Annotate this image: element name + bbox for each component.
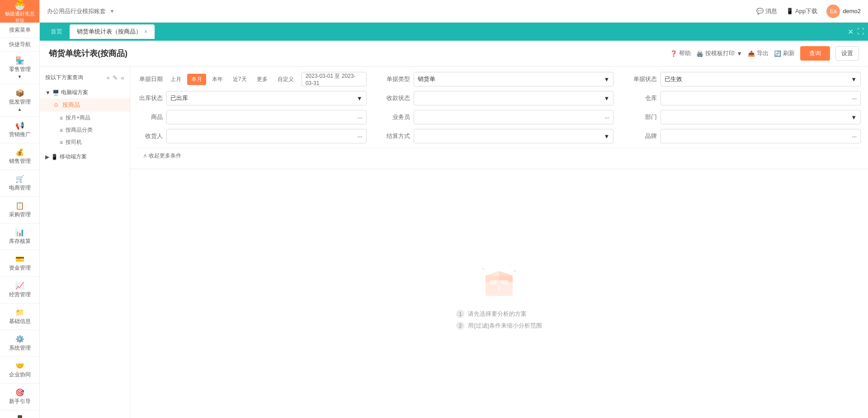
left-panel: 按以下方案查询 + ✎ « ▼ 🖥️ 电脑端方案 ⊙ 按商 (40, 66, 130, 418)
user-menu[interactable]: Ea demo2 (826, 5, 861, 18)
system-icon: ⚙️ (15, 335, 24, 343)
payment-label: 结算方式 (385, 132, 410, 140)
ecommerce-label: 电商管理 (9, 184, 31, 192)
doc-status-select[interactable]: 已生效 ▼ (660, 72, 861, 86)
sidebar-item-wholesale[interactable]: 📦 批发管理 ▲ (0, 84, 39, 117)
sidebar-item-sales[interactable]: 💰 销售管理 (0, 143, 39, 170)
system-label: 系统管理 (9, 344, 31, 352)
msg-icon: 💬 (756, 8, 764, 14)
sidebar-item-enterprise[interactable]: 🤝 企业协同 (0, 357, 39, 384)
staff-select[interactable]: ··· (414, 110, 614, 124)
sidebar-item-marketing[interactable]: 📢 营销推广 (0, 117, 39, 143)
content-wrapper: 按以下方案查询 + ✎ « ▼ 🖥️ 电脑端方案 ⊙ 按商 (40, 66, 868, 418)
enterprise-label: 企业协同 (9, 371, 31, 379)
brand-dots: ··· (852, 133, 857, 140)
receipt-status-arrow: ▼ (604, 95, 609, 102)
svg-point-7 (514, 270, 516, 272)
payment-select[interactable]: ▼ (414, 129, 614, 143)
date-tab-last-month[interactable]: 上月 (166, 74, 185, 85)
date-tab-this-year[interactable]: 本年 (208, 74, 227, 85)
collapse-btn[interactable]: ∧ 收起更多条件 (137, 150, 861, 162)
setting-button[interactable]: 设置 (835, 46, 859, 61)
sidebar-item-inventory[interactable]: 📊 库存核算 (0, 223, 39, 250)
sidebar-item-guide[interactable]: 🎯 新手引导 (0, 384, 39, 410)
header-left: 办公用品行业模拟账套 ▼ (47, 7, 115, 15)
refresh-btn[interactable]: 🔄 刷新 (774, 49, 795, 57)
staff-dots: ··· (605, 114, 610, 121)
sidebar-item-operation[interactable]: 📈 经营管理 (0, 277, 39, 304)
date-tab-more[interactable]: 更多 (253, 74, 272, 85)
scheme-by-product[interactable]: ⊙ 按商品 (40, 98, 130, 112)
msg-btn[interactable]: 💬 消息 (756, 7, 777, 15)
date-tab-custom[interactable]: 自定义 (274, 74, 298, 85)
sidebar-item-system[interactable]: ⚙️ 系统管理 (0, 330, 39, 357)
panel-collapse-icon[interactable]: « (121, 74, 124, 81)
doc-type-label: 单据类型 (385, 75, 410, 83)
date-tab-this-month[interactable]: 本月 (187, 74, 206, 85)
mobile-group-toggle[interactable]: ▶ 📱 移动端方案 (40, 150, 130, 162)
print-label: 按模板打印 (705, 49, 735, 57)
receipt-status-select[interactable]: ▼ (414, 91, 614, 105)
export-btn[interactable]: 📤 导出 (748, 49, 769, 57)
retail-expand-icon: ▼ (18, 74, 22, 79)
panel-add-icon[interactable]: + (106, 74, 110, 81)
page-title: 销货单统计表(按商品) (49, 48, 127, 64)
doc-type-select[interactable]: 销货单 ▼ (414, 72, 614, 86)
refresh-icon: 🔄 (774, 50, 781, 57)
tab-home[interactable]: 首页 (43, 24, 70, 39)
product-filter-item: 商品 ··· (137, 110, 367, 124)
enterprise-icon: 🤝 (15, 361, 24, 370)
retail-label: 零售管理 (9, 66, 31, 73)
mobile-group-arrow: ▶ (45, 154, 49, 160)
export-icon: 📤 (748, 50, 755, 57)
query-button[interactable]: 查询 (800, 46, 830, 61)
sidebar-item-ecommerce[interactable]: 🛒 电商管理 (0, 170, 39, 197)
print-arrow: ▼ (736, 50, 742, 57)
help-btn[interactable]: ❓ 帮助 (670, 49, 691, 57)
tab-close-icon[interactable]: × (144, 28, 147, 35)
collapse-row: ∧ 收起更多条件 (137, 148, 861, 163)
sidebar-item-purchase[interactable]: 📋 采购管理 (0, 197, 39, 223)
product-select[interactable]: ··· (166, 110, 367, 124)
out-status-select[interactable]: 已出库 ▼ (166, 91, 367, 105)
quick-nav[interactable]: 快捷导航 (0, 38, 39, 52)
sub-item-icon-3: ≡ (60, 139, 63, 146)
scheme-active-icon: ⊙ (52, 102, 60, 108)
app-logo[interactable]: 🐣 畅捷通好生意 标版 (0, 0, 39, 23)
tab-maximize-btn[interactable]: ⛶ (857, 28, 864, 36)
pc-group-toggle[interactable]: ▼ 🖥️ 电脑端方案 (40, 86, 130, 98)
date-tab-last7[interactable]: 近7天 (229, 74, 251, 85)
inventory-icon: 📊 (15, 228, 24, 237)
panel-edit-icon[interactable]: ✎ (113, 74, 118, 81)
sidebar-item-retail[interactable]: 🏪 零售管理 ▼ (0, 52, 39, 84)
sidebar-item-finance[interactable]: 💳 资金管理 (0, 250, 39, 277)
tab-close-btn[interactable]: ✕ (848, 28, 854, 36)
dept-select[interactable]: ▼ (660, 110, 861, 124)
recipient-select[interactable]: ··· (166, 129, 367, 143)
warehouse-filter-item: 仓库 ··· (632, 91, 861, 105)
tip1-num: 1 (456, 310, 464, 318)
search-menu[interactable]: 搜索菜单 (0, 23, 39, 38)
user-avatar-text: Ea (830, 8, 837, 14)
scheme-by-month-product[interactable]: ≡ 按月+商品 (40, 112, 130, 124)
tab-sales-stat[interactable]: 销货单统计表（按商品） × (70, 24, 155, 39)
user-name: demo2 (843, 8, 861, 14)
app-download-btn[interactable]: 📱 App下载 (786, 7, 817, 15)
out-status-value: 已出库 (170, 94, 188, 102)
scheme-by-driver[interactable]: ≡ 按司机 (40, 136, 130, 148)
sidebar-item-apps[interactable]: 📱 应用中心 (0, 410, 39, 418)
brand-select[interactable]: ··· (660, 129, 861, 143)
help-icon: ❓ (670, 50, 677, 57)
workspace-name[interactable]: 办公用品行业模拟账套 (47, 7, 106, 15)
sidebar-item-basic[interactable]: 📁 基础信息 (0, 304, 39, 330)
svg-point-6 (482, 268, 484, 270)
filter-row-2: 出库状态 已出库 ▼ 收款状态 ▼ (137, 91, 861, 105)
warehouse-select[interactable]: ··· (660, 91, 861, 105)
print-btn[interactable]: 🖨️ 按模板打印 ▼ (696, 49, 742, 57)
date-range-input[interactable]: 2023-03-01 至 2023-03-31 (302, 72, 367, 86)
scheme-by-category[interactable]: ≡ 按商品分类 (40, 124, 130, 136)
doc-status-value: 已生效 (665, 75, 682, 83)
panel-title: 按以下方案查询 (45, 74, 83, 81)
workspace-arrow[interactable]: ▼ (109, 8, 115, 14)
tab-sales-stat-label: 销货单统计表（按商品） (77, 28, 142, 36)
